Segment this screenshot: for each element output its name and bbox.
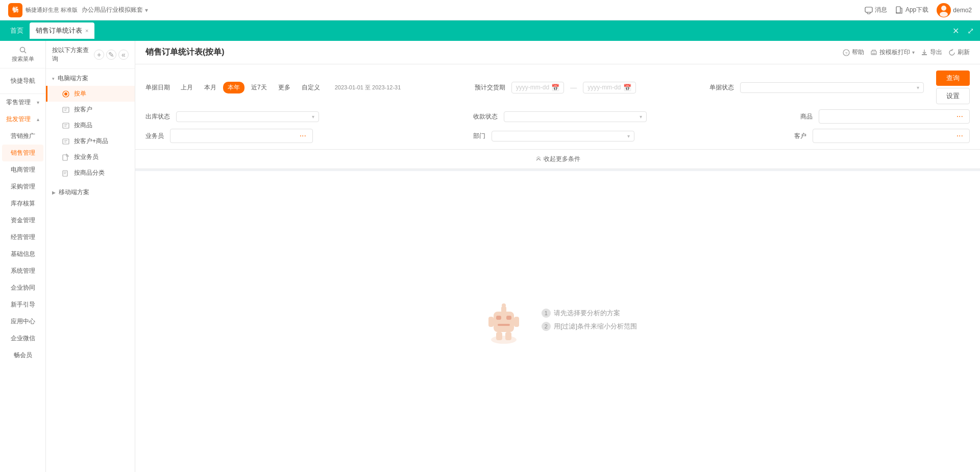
export-button[interactable]: 导出 bbox=[921, 48, 942, 57]
svg-rect-11 bbox=[63, 123, 69, 128]
window-close-button[interactable]: ✕ bbox=[950, 24, 961, 38]
breadcrumb-arrow[interactable]: ▾ bbox=[145, 7, 148, 14]
customer-input[interactable]: ··· bbox=[813, 129, 970, 143]
help-button[interactable]: ? 帮助 bbox=[843, 48, 864, 57]
refresh-button[interactable]: 刷新 bbox=[948, 48, 970, 57]
expected-start-date[interactable]: yyyy-mm-dd 📅 bbox=[511, 82, 564, 93]
sidebar-item-marketing[interactable]: 营销推广 bbox=[2, 128, 43, 145]
expected-end-date[interactable]: yyyy-mm-dd 📅 bbox=[583, 82, 635, 93]
tab-home-label: 首页 bbox=[10, 26, 23, 35]
sidebar-item-sales[interactable]: 销售管理 bbox=[2, 145, 43, 161]
customer-label: 客户 bbox=[794, 132, 806, 140]
svg-rect-33 bbox=[498, 324, 510, 326]
message-button[interactable]: 消息 bbox=[865, 6, 887, 14]
app-download-label: App下载 bbox=[905, 6, 928, 14]
sidebar: 搜索菜单 快捷导航 零售管理 ▾ 批发管理 ▴ 营销推广 销售管理 电商管理 bbox=[0, 41, 46, 472]
sidebar-item-purchase[interactable]: 采购管理 bbox=[2, 178, 43, 195]
expected-end-placeholder: yyyy-mm-dd bbox=[587, 84, 621, 91]
date-btn-this-month[interactable]: 本月 bbox=[200, 82, 221, 93]
date-btn-this-year[interactable]: 本年 bbox=[223, 82, 244, 93]
quick-nav-section: 快捷导航 bbox=[0, 68, 45, 94]
sidebar-item-newuser[interactable]: 新手引导 bbox=[2, 296, 43, 313]
left-panel-header: 按以下方案查询 + ✎ « bbox=[46, 41, 135, 69]
svg-rect-37 bbox=[514, 317, 519, 327]
by-customer-label: 按客户 bbox=[74, 105, 92, 114]
by-order-label: 按单 bbox=[74, 89, 86, 98]
appcenter-label: 应用中心 bbox=[11, 318, 35, 325]
scheme-item-by-salesperson[interactable]: 按业务员 bbox=[46, 149, 135, 165]
edit-scheme-button[interactable]: ✎ bbox=[106, 50, 116, 60]
scheme-item-by-product[interactable]: 按商品 bbox=[46, 117, 135, 133]
username-label: demo2 bbox=[953, 7, 972, 14]
by-combined-icon bbox=[62, 137, 70, 146]
search-menu-button[interactable]: 搜索菜单 bbox=[0, 41, 45, 68]
tab-bar: 首页 销售订单统计表 × ✕ ⤢ bbox=[0, 20, 980, 41]
sidebar-item-corpwechat[interactable]: 企业微信 bbox=[2, 330, 43, 347]
product-more-button[interactable]: ··· bbox=[954, 112, 965, 121]
empty-tips: 1 请先选择要分析的方案 2 用[过滤]条件来缩小分析范围 bbox=[542, 309, 637, 335]
date-btn-last-month[interactable]: 上月 bbox=[176, 82, 198, 93]
date-btn-7days[interactable]: 近7天 bbox=[247, 82, 272, 93]
salesperson-input[interactable]: ··· bbox=[170, 129, 313, 143]
sidebar-item-vip[interactable]: 畅会员 bbox=[2, 347, 43, 364]
user-menu[interactable]: demo2 bbox=[937, 3, 972, 17]
tab-close-button[interactable]: × bbox=[85, 28, 88, 34]
mobile-scheme-group-header[interactable]: ▶ 移动端方案 bbox=[46, 185, 135, 200]
salesperson-more-button[interactable]: ··· bbox=[298, 131, 308, 140]
tab-bar-actions: ✕ ⤢ bbox=[950, 24, 980, 38]
customer-more-button[interactable]: ··· bbox=[954, 131, 965, 140]
product-input[interactable]: ··· bbox=[819, 109, 970, 124]
collection-status-select[interactable]: ▾ bbox=[504, 111, 647, 122]
by-product-label: 按商品 bbox=[74, 121, 92, 130]
search-menu-label: 搜索菜单 bbox=[12, 55, 34, 63]
collapse-panel-button[interactable]: « bbox=[118, 50, 129, 60]
document-status-select[interactable]: ▾ bbox=[740, 82, 924, 93]
sidebar-item-operation[interactable]: 经营管理 bbox=[2, 229, 43, 246]
sidebar-item-quick-nav[interactable]: 快捷导航 bbox=[2, 73, 43, 89]
collapse-more-conditions[interactable]: 收起更多条件 bbox=[135, 150, 980, 169]
app-download-button[interactable]: App下载 bbox=[895, 6, 928, 14]
sidebar-item-appcenter[interactable]: 应用中心 bbox=[2, 313, 43, 330]
date-btn-more[interactable]: 更多 bbox=[274, 82, 295, 93]
sidebar-item-enterprise[interactable]: 企业协同 bbox=[2, 279, 43, 296]
sidebar-item-finance[interactable]: 资金管理 bbox=[2, 212, 43, 229]
tab-sales-statistics[interactable]: 销售订单统计表 × bbox=[30, 22, 94, 39]
sidebar-item-system[interactable]: 系统管理 bbox=[2, 263, 43, 279]
scheme-item-by-customer-product[interactable]: 按客户+商品 bbox=[46, 133, 135, 149]
tip-2-text: 用[过滤]条件来缩小分析范围 bbox=[554, 322, 637, 331]
empty-tip-2: 2 用[过滤]条件来缩小分析范围 bbox=[542, 322, 637, 331]
pc-scheme-group-header[interactable]: ▾ 电脑端方案 bbox=[46, 71, 135, 86]
sidebar-item-basic[interactable]: 基础信息 bbox=[2, 246, 43, 263]
sidebar-item-stock[interactable]: 库存核算 bbox=[2, 195, 43, 212]
scheme-item-by-customer[interactable]: 按客户 bbox=[46, 102, 135, 117]
svg-text:?: ? bbox=[845, 51, 848, 55]
tab-home[interactable]: 首页 bbox=[4, 22, 30, 39]
svg-rect-32 bbox=[506, 316, 511, 320]
svg-rect-8 bbox=[63, 107, 69, 112]
stock-label: 库存核算 bbox=[11, 200, 35, 207]
scheme-item-by-category[interactable]: 按商品分类 bbox=[46, 165, 135, 181]
scheme-item-by-order[interactable]: 按单 bbox=[46, 86, 135, 102]
date-btn-custom[interactable]: 自定义 bbox=[297, 82, 325, 93]
settings-button[interactable]: 设置 bbox=[936, 88, 970, 104]
sidebar-item-wholesale[interactable]: 批发管理 ▴ bbox=[2, 111, 43, 128]
logo-text: 畅捷通好生意 标准版 bbox=[26, 7, 78, 13]
add-scheme-button[interactable]: + bbox=[94, 50, 104, 60]
breadcrumb[interactable]: 办公用品行业模拟账套 ▾ bbox=[82, 6, 148, 14]
svg-point-4 bbox=[20, 48, 24, 52]
sidebar-item-ecommerce[interactable]: 电商管理 bbox=[2, 161, 43, 178]
window-maximize-button[interactable]: ⤢ bbox=[965, 24, 976, 38]
quick-nav-label: 快捷导航 bbox=[11, 77, 35, 84]
document-status-label: 单据状态 bbox=[709, 83, 734, 92]
left-panel-title: 按以下方案查询 bbox=[52, 46, 91, 63]
filter-row-3: 业务员 ··· 部门 ▾ 客户 ··· bbox=[145, 129, 970, 143]
query-button[interactable]: 查询 bbox=[936, 70, 970, 86]
message-icon bbox=[865, 6, 873, 14]
svg-rect-27 bbox=[872, 53, 875, 54]
template-print-button[interactable]: 按模板打印 ▾ bbox=[870, 48, 915, 57]
delivery-status-select[interactable]: ▾ bbox=[176, 111, 319, 122]
template-print-arrow[interactable]: ▾ bbox=[912, 50, 915, 55]
svg-point-35 bbox=[502, 303, 506, 308]
sidebar-item-retail[interactable]: 零售管理 ▾ bbox=[2, 94, 43, 111]
department-select[interactable]: ▾ bbox=[492, 131, 634, 141]
